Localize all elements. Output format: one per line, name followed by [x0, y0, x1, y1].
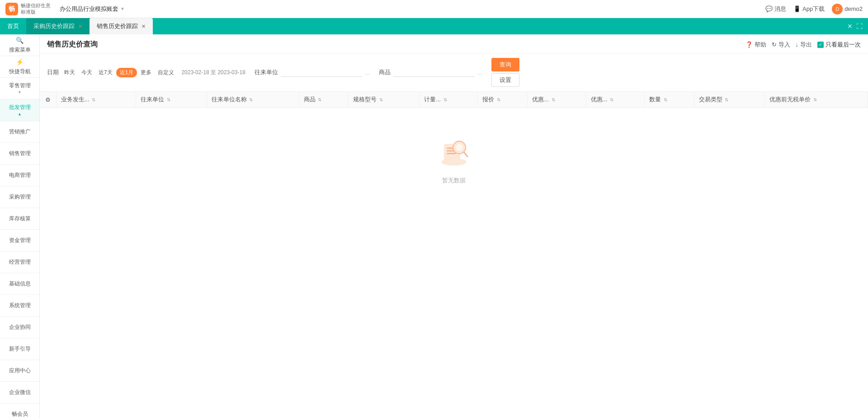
- filter-action-btns: 查询 设置: [491, 58, 519, 87]
- partner-search-icon[interactable]: ...: [365, 69, 370, 76]
- date-btn-more[interactable]: 更多: [138, 68, 154, 77]
- help-btn[interactable]: ❓ 帮助: [745, 41, 766, 49]
- col-quantity[interactable]: 数量 ⇅: [644, 92, 694, 108]
- sidebar-item-purchase[interactable]: 采购管理: [0, 186, 39, 208]
- date-range-display: 2023-02-18 至 2023-03-18: [181, 69, 245, 76]
- logo-text: 畅捷信好生意 标准版: [21, 3, 51, 14]
- sort-icon: ⇅: [610, 97, 613, 102]
- table-header-row: ⚙ 业务发生... ⇅ 往来单位 ⇅ 往来单位名称: [40, 92, 868, 108]
- top-bar-right: 💬 消息 📱 App下载 D demo2: [765, 4, 863, 14]
- maximize-window-icon[interactable]: ⛶: [856, 23, 863, 30]
- sidebar-item-sales[interactable]: 销售管理: [0, 143, 39, 165]
- sidebar-item-ecommerce[interactable]: 电商管理: [0, 165, 39, 186]
- app-icon: 📱: [793, 5, 801, 12]
- svg-point-6: [456, 144, 463, 151]
- date-btn-today[interactable]: 今天: [79, 68, 95, 77]
- company-dropdown[interactable]: 办公用品行业模拟账套 ▼: [60, 5, 125, 13]
- sidebar-item-system[interactable]: 系统管理: [0, 295, 39, 317]
- col-pretax-price[interactable]: 优惠前无税单价 ⇅: [765, 92, 868, 108]
- goods-search-icon[interactable]: ...: [477, 69, 482, 76]
- svg-rect-4: [447, 153, 456, 154]
- only-last-checkbox[interactable]: ✓ 只看最后一次: [817, 41, 861, 49]
- export-btn[interactable]: ↓ 导出: [796, 41, 812, 49]
- col-unit[interactable]: 计量... ⇅: [420, 92, 478, 108]
- checkbox-checked-icon: ✓: [817, 42, 824, 48]
- date-filter-group: 日期 昨天 今天 近7天 近1月 更多 自定义 2023-02-18 至 202…: [47, 68, 245, 77]
- partner-input[interactable]: [281, 68, 362, 77]
- logo-area: 畅 畅捷信好生意 标准版: [5, 3, 51, 15]
- col-quote[interactable]: 报价 ⇅: [478, 92, 528, 108]
- sidebar-item-operations[interactable]: 经营管理: [0, 252, 39, 273]
- export-icon: ↓: [796, 41, 799, 48]
- query-button[interactable]: 查询: [491, 58, 519, 71]
- message-icon: 💬: [765, 5, 773, 12]
- sidebar-item-enterprise[interactable]: 企业协同: [0, 317, 39, 338]
- table-area: ⚙ 业务发生... ⇅ 往来单位 ⇅ 往来单位名称: [40, 92, 868, 418]
- close-window-icon[interactable]: ✕: [847, 23, 853, 30]
- date-btn-7days[interactable]: 近7天: [96, 68, 115, 77]
- sidebar-item-basic[interactable]: 基础信息: [0, 273, 39, 295]
- page-header: 销售历史价查询 ❓ 帮助 ↻ 导入 ↓ 导出 ✓: [40, 34, 868, 53]
- col-discount2[interactable]: 优惠... ⇅: [586, 92, 644, 108]
- sort-icon: ⇅: [249, 97, 253, 102]
- sort-icon: ⇅: [92, 97, 95, 102]
- partner-filter-group: 往来单位 ...: [255, 68, 370, 77]
- top-bar-left: 畅 畅捷信好生意 标准版 办公用品行业模拟账套 ▼: [5, 3, 125, 15]
- sort-icon: ⇅: [725, 97, 728, 102]
- col-partner-code[interactable]: 往来单位 ⇅: [136, 92, 207, 108]
- tab-home[interactable]: 首页: [0, 18, 26, 34]
- sidebar-item-apps[interactable]: 应用中心: [0, 360, 39, 382]
- main-layout: 🔍 搜索菜单 ⚡ 快捷导航 零售管理 ▼ 批发管理 ▲ 营销推广 销售管理 电商…: [0, 34, 868, 418]
- date-btn-yesterday[interactable]: 昨天: [61, 68, 78, 77]
- search-icon: 🔍: [16, 36, 24, 45]
- col-discount1[interactable]: 优惠... ⇅: [528, 92, 586, 108]
- date-btn-custom[interactable]: 自定义: [155, 68, 177, 77]
- tab-sales-history[interactable]: 销售历史价跟踪 ✕: [90, 18, 153, 34]
- gear-icon: ⚙: [45, 96, 51, 103]
- sort-icon: ⇅: [552, 97, 555, 102]
- user-profile[interactable]: D demo2: [832, 4, 863, 14]
- col-biz-date[interactable]: 业务发生... ⇅: [56, 92, 136, 108]
- sidebar-item-vip[interactable]: 畅会员: [0, 404, 39, 418]
- tab-bar-right: ✕ ⛶: [847, 23, 868, 30]
- sort-icon: ⇅: [664, 97, 667, 102]
- sidebar-item-search[interactable]: 🔍 搜索菜单: [0, 34, 39, 56]
- tab-purchase-history[interactable]: 采购历史价跟踪 ✕: [26, 18, 90, 34]
- close-tab-sales[interactable]: ✕: [142, 24, 146, 29]
- chevron-up-icon: ▲: [18, 111, 22, 117]
- sort-icon: ⇅: [318, 97, 321, 102]
- sidebar-item-inventory[interactable]: 库存核算: [0, 208, 39, 230]
- help-icon: ❓: [745, 41, 753, 48]
- sidebar-item-quick-nav[interactable]: ⚡ 快捷导航: [0, 56, 39, 78]
- message-btn[interactable]: 💬 消息: [765, 5, 786, 13]
- sidebar-item-marketing[interactable]: 营销推广: [0, 121, 39, 143]
- sidebar-item-wholesale[interactable]: 批发管理 ▲: [0, 100, 39, 121]
- col-partner-name[interactable]: 往来单位名称 ⇅: [207, 92, 299, 108]
- sort-icon: ⇅: [813, 97, 817, 102]
- content-area: 销售历史价查询 ❓ 帮助 ↻ 导入 ↓ 导出 ✓: [40, 34, 868, 418]
- close-tab-purchase[interactable]: ✕: [78, 24, 82, 29]
- date-btn-1month[interactable]: 近1月: [116, 68, 137, 77]
- sidebar-item-finance[interactable]: 资金管理: [0, 230, 39, 252]
- sidebar-item-newbie[interactable]: 新手引导: [0, 338, 39, 360]
- sidebar-item-retail[interactable]: 零售管理 ▼: [0, 78, 39, 100]
- goods-input[interactable]: [393, 68, 475, 77]
- logo-icon: 畅: [5, 3, 18, 15]
- sidebar-item-wechat[interactable]: 企业微信: [0, 382, 39, 404]
- date-buttons: 昨天 今天 近7天 近1月 更多 自定义: [61, 68, 177, 77]
- empty-icon: [436, 135, 472, 171]
- app-download-btn[interactable]: 📱 App下载: [793, 5, 825, 13]
- tab-bar: 首页 采购历史价跟踪 ✕ 销售历史价跟踪 ✕ ✕ ⛶: [0, 18, 868, 34]
- col-goods[interactable]: 商品 ⇅: [299, 92, 349, 108]
- filter-area: 日期 昨天 今天 近7天 近1月 更多 自定义 2023-02-18 至 202…: [40, 53, 868, 92]
- col-settings[interactable]: ⚙: [40, 92, 56, 108]
- empty-state: 暂无数据: [40, 108, 868, 212]
- data-table: ⚙ 业务发生... ⇅ 往来单位 ⇅ 往来单位名称: [40, 92, 868, 108]
- empty-text: 暂无数据: [442, 176, 466, 185]
- settings-button[interactable]: 设置: [491, 73, 519, 87]
- import-btn[interactable]: ↻ 导入: [772, 41, 790, 49]
- svg-line-7: [464, 152, 467, 157]
- col-trade-type[interactable]: 交易类型 ⇅: [694, 92, 765, 108]
- col-spec[interactable]: 规格型号 ⇅: [349, 92, 420, 108]
- chevron-right-icon: ▼: [18, 90, 22, 95]
